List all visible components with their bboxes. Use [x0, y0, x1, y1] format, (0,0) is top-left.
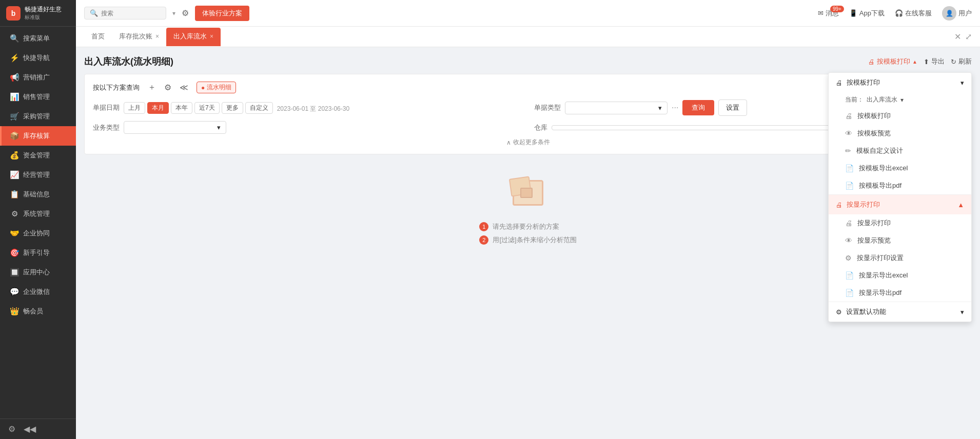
user-avatar[interactable]: 👤 用户: [942, 6, 972, 21]
sidebar-item-inventory[interactable]: 📦库存核算: [0, 126, 76, 146]
current-chevron: ▾: [900, 96, 904, 104]
nav-label-guide: 新手引导: [23, 248, 50, 257]
sidebar-item-system[interactable]: ⚙系统管理: [0, 204, 76, 224]
template-design-item[interactable]: ✏ 模板自定义设计: [829, 142, 971, 159]
query-btn[interactable]: 查询: [682, 100, 714, 115]
app-download-btn[interactable]: 📱 App下载: [849, 9, 885, 18]
default-chevron: ▾: [961, 308, 964, 316]
sidebar-item-operations[interactable]: 📈经营管理: [0, 165, 76, 185]
tabs-expand-icon[interactable]: ⤢: [965, 32, 972, 42]
template-section-chevron: ▾: [961, 79, 964, 87]
warehouse-label: 仓库: [534, 123, 547, 132]
template-print-item[interactable]: 🖨 按模板打印: [829, 107, 971, 125]
dropdown-current-label: 当前： 出入库流水 ▾: [829, 92, 971, 107]
empty-step-1: 1 请先选择要分析的方案: [479, 222, 576, 231]
sidebar-logo: b 畅捷通好生意 标准版: [0, 0, 76, 27]
tabs-close-icon[interactable]: ✕: [954, 32, 961, 42]
sidebar-item-basics[interactable]: 📋基础信息: [0, 185, 76, 204]
display-excel-item[interactable]: 📄 按显示导出excel: [829, 267, 971, 284]
print-icon: 🖨: [868, 58, 875, 66]
tab-home[interactable]: 首页: [84, 28, 112, 46]
sidebar-item-quicknav[interactable]: ⚡快捷导航: [0, 48, 76, 68]
date-btn-this-year[interactable]: 本年: [171, 102, 192, 114]
date-label: 单据日期: [93, 103, 120, 112]
date-range-display: 2023-06-01 至 2023-06-30: [277, 105, 349, 113]
topbar: 🔍 ▾ ⚙ 体验行业方案 ✉ 消息 99+ 📱 App下载 🎧 在线客服 👤 用…: [76, 0, 980, 27]
sidebar-item-purchase[interactable]: 🛒采购管理: [0, 107, 76, 126]
biz-type-chevron: ▾: [217, 124, 221, 131]
tab-close-inventory[interactable]: ×: [155, 33, 159, 40]
tab-close-flow[interactable]: ×: [210, 33, 213, 40]
date-btn-7days[interactable]: 近7天: [194, 102, 220, 114]
nav-label-collab: 企业协同: [23, 229, 50, 238]
filter-add-btn[interactable]: ＋: [148, 82, 156, 93]
export-icon: ⬆: [924, 58, 929, 66]
sidebar-item-guide[interactable]: 🎯新手引导: [0, 243, 76, 263]
topbar-right: ✉ 消息 99+ 📱 App下载 🎧 在线客服 👤 用户: [818, 6, 972, 21]
template-preview-icon: 👁: [845, 129, 852, 137]
template-excel-item[interactable]: 📄 按模板导出excel: [829, 159, 971, 177]
doc-type-more-btn[interactable]: ···: [672, 103, 678, 112]
filter-collapse-left-btn[interactable]: ≪: [180, 83, 188, 92]
sidebar-item-marketing[interactable]: 📢营销推广: [0, 68, 76, 87]
collapse-footer-icon[interactable]: ◀◀: [24, 424, 36, 434]
message-btn[interactable]: ✉ 消息 99+: [818, 9, 839, 18]
empty-step-2: 2 用[过滤]条件来缩小分析范围: [479, 235, 576, 245]
refresh-btn[interactable]: ↻ 刷新: [951, 57, 972, 66]
template-pdf-item[interactable]: 📄 按模板导出pdf: [829, 177, 971, 194]
search-input[interactable]: [101, 10, 161, 17]
display-print-header-icon: 🖨: [836, 201, 842, 209]
filter-setting-btn[interactable]: ⚙: [164, 83, 171, 92]
date-btn-last-month[interactable]: 上月: [124, 102, 145, 114]
sidebar-item-member[interactable]: 👑畅会员: [0, 302, 76, 321]
nav-icon-appcenter: 🔲: [10, 268, 19, 277]
page-title: 出入库流水(流水明细): [84, 55, 173, 68]
trial-btn[interactable]: 体验行业方案: [195, 6, 249, 21]
nav-icon-system: ⚙: [10, 209, 19, 218]
nav-label-purchase: 采购管理: [23, 112, 50, 121]
date-btn-custom[interactable]: 自定义: [245, 102, 273, 114]
avatar: 👤: [942, 6, 956, 21]
export-btn[interactable]: ⬆ 导出: [924, 57, 945, 66]
dropdown-display-header[interactable]: 🖨 按显示打印 ▲: [829, 195, 971, 214]
settings-btn[interactable]: 设置: [718, 99, 747, 116]
display-settings-item[interactable]: ⚙ 按显示打印设置: [829, 249, 971, 267]
dropdown-template-header[interactable]: 🖨 按模板打印 ▾: [829, 73, 971, 92]
display-preview-item[interactable]: 👁 按显示预览: [829, 232, 971, 249]
customer-service-btn[interactable]: 🎧 在线客服: [895, 9, 932, 18]
nav-label-basics: 基础信息: [23, 190, 50, 199]
tab-stock-flow[interactable]: 出入库流水 ×: [166, 28, 221, 46]
tab-inventory-batch[interactable]: 库存批次账 ×: [112, 28, 166, 46]
filter-tag-flow[interactable]: ● 流水明细: [197, 82, 236, 93]
search-chevron-icon[interactable]: ▾: [172, 10, 175, 17]
sidebar-item-sales[interactable]: 📊销售管理: [0, 87, 76, 107]
topbar-gear-icon[interactable]: ⚙: [182, 8, 189, 18]
settings-footer-icon[interactable]: ⚙: [8, 424, 15, 434]
default-header-icon: ⚙: [836, 308, 842, 316]
date-btn-this-month[interactable]: 本月: [147, 102, 169, 114]
page-actions: 🖨 按模板打印 ▲ ⬆ 导出 ↻ 刷新: [868, 57, 972, 66]
nav-label-quicknav: 快捷导航: [23, 53, 50, 63]
sidebar-item-finance[interactable]: 💰资金管理: [0, 146, 76, 165]
sidebar-item-search[interactable]: 🔍搜索菜单: [0, 29, 76, 48]
template-preview-item[interactable]: 👁 按模板预览: [829, 125, 971, 142]
sidebar-footer: ⚙ ◀◀: [0, 418, 76, 439]
sidebar-item-wechat[interactable]: 💬企业微信: [0, 282, 76, 302]
display-print-item[interactable]: 🖨 按显示打印: [829, 214, 971, 232]
display-pdf-item[interactable]: 📄 按显示导出pdf: [829, 284, 971, 302]
search-icon: 🔍: [90, 9, 98, 17]
dropdown-default-header[interactable]: ⚙ 设置默认功能 ▾: [829, 302, 971, 322]
date-btn-more[interactable]: 更多: [222, 102, 243, 114]
biz-type-select[interactable]: ▾: [124, 121, 226, 134]
doc-type-label: 单据类型: [534, 103, 561, 112]
template-print-btn[interactable]: 🖨 按模板打印 ▲: [868, 57, 917, 66]
nav-icon-search: 🔍: [10, 34, 19, 43]
sidebar-item-appcenter[interactable]: 🔲应用中心: [0, 263, 76, 282]
message-icon: ✉: [818, 9, 824, 17]
nav-icon-quicknav: ⚡: [10, 53, 19, 63]
tabs-right-controls: ✕ ⤢: [954, 32, 972, 42]
topbar-search-box[interactable]: 🔍: [84, 7, 166, 19]
sidebar-item-collab[interactable]: 🤝企业协同: [0, 224, 76, 243]
doc-type-select[interactable]: ▾: [565, 102, 668, 114]
sidebar: b 畅捷通好生意 标准版 🔍搜索菜单⚡快捷导航📢营销推广📊销售管理🛒采购管理📦库…: [0, 0, 76, 439]
